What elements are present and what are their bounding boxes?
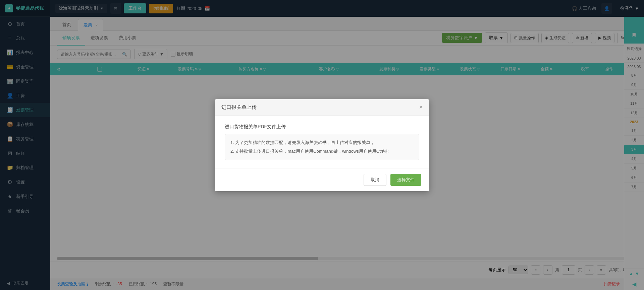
dialog-header: 进口报关单上传 × xyxy=(215,99,429,116)
dialog-body: 进口货物报关单PDF文件上传 1. 为了更加精准的数据匹配，请先录入海关缴款书，… xyxy=(215,116,429,168)
dialog-overlay[interactable]: 进口报关单上传 × 进口货物报关单PDF文件上传 1. 为了更加精准的数据匹配，… xyxy=(0,0,644,290)
dialog-upload-title: 进口货物报关单PDF文件上传 xyxy=(225,124,419,130)
dialog-close-btn[interactable]: × xyxy=(419,104,423,111)
dialog-info-line-1: 1. 为了更加精准的数据匹配，请先录入海关缴款书，再上传对应的报关单； xyxy=(230,138,414,147)
import-customs-dialog: 进口报关单上传 × 进口货物报关单PDF文件上传 1. 为了更加精准的数据匹配，… xyxy=(215,99,429,191)
dialog-info-box: 1. 为了更加精准的数据匹配，请先录入海关缴款书，再上传对应的报关单； 2. 支… xyxy=(225,134,419,160)
dialog-info-line-2: 2. 支持批量上传进口报关单，mac用户使用Command键，windows用户… xyxy=(230,147,414,156)
dialog-cancel-btn[interactable]: 取消 xyxy=(364,174,386,186)
dialog-footer: 取消 选择文件 xyxy=(215,168,429,191)
dialog-title: 进口报关单上传 xyxy=(221,104,257,111)
dialog-confirm-btn[interactable]: 选择文件 xyxy=(390,174,421,186)
